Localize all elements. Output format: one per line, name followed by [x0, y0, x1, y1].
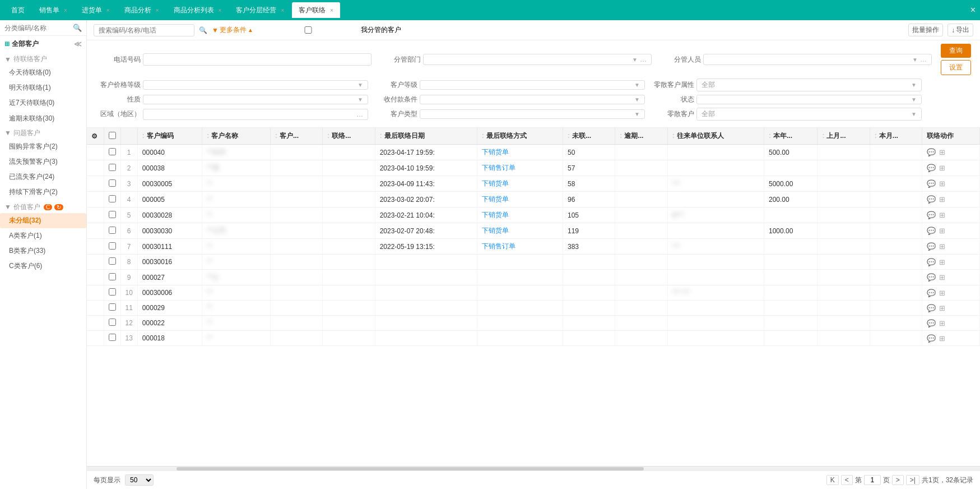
message-icon[interactable]: 💬 — [927, 258, 936, 266]
grid-action-icon[interactable]: ⊞ — [939, 289, 945, 297]
cell-checkbox[interactable] — [104, 192, 120, 207]
grid-action-icon[interactable]: ⊞ — [939, 195, 945, 204]
contact-method-link[interactable]: 下销售订单 — [482, 242, 515, 250]
phone-input[interactable] — [143, 53, 371, 66]
message-icon[interactable]: 💬 — [927, 334, 936, 343]
cell-checkbox[interactable] — [104, 270, 120, 285]
refresh-icon[interactable]: ↻ — [54, 204, 63, 210]
cell-checkbox[interactable] — [104, 285, 120, 301]
row-checkbox[interactable] — [109, 319, 116, 326]
grid-action-icon[interactable]: ⊞ — [939, 148, 945, 156]
cell-last-contact-method[interactable]: 下销货单 — [477, 223, 563, 239]
tab-purchase[interactable]: 进货单 × — [75, 2, 117, 18]
dept-ellipsis[interactable]: … — [640, 56, 647, 63]
col-last-contact-date[interactable]: :最后联络日期 — [375, 128, 477, 145]
sidebar-item-churn-warning[interactable]: 流失预警客户(3) — [0, 154, 86, 169]
my-customers-checkbox[interactable]: 我分管的客户 — [258, 25, 401, 35]
tab-product-analysis-close[interactable]: × — [156, 7, 159, 13]
cell-last-contact-method[interactable]: 下销售订单 — [477, 239, 563, 255]
manager-select[interactable]: ▼ … — [703, 54, 932, 65]
row-checkbox[interactable] — [109, 148, 116, 155]
cell-last-contact-method[interactable] — [477, 255, 563, 270]
cell-last-contact-method[interactable] — [477, 301, 563, 316]
tab-customer-contact[interactable]: 客户联络 × — [292, 2, 340, 18]
sidebar-item-ungraded[interactable]: 未分组(32) — [0, 213, 86, 228]
row-checkbox[interactable] — [109, 303, 116, 311]
grid-action-icon[interactable]: ⊞ — [939, 242, 945, 251]
col-overdue[interactable]: :逾期... — [615, 128, 667, 145]
region-ellipsis[interactable]: … — [356, 110, 363, 118]
col-unit-contact[interactable]: :往来单位联系人 — [667, 128, 764, 145]
grid-action-icon[interactable]: ⊞ — [939, 179, 945, 188]
settings-icon[interactable]: ⚙ — [91, 132, 97, 140]
price-level-select[interactable]: ▼ — [143, 80, 368, 90]
window-close-icon[interactable]: × — [970, 5, 976, 15]
horizontal-scrollbar[interactable] — [87, 466, 980, 470]
cell-last-contact-method[interactable] — [477, 331, 563, 346]
sidebar-item-class-c[interactable]: C类客户(6) — [0, 259, 86, 274]
message-icon[interactable]: 💬 — [927, 304, 936, 312]
cell-checkbox[interactable] — [104, 331, 120, 346]
message-icon[interactable]: 💬 — [927, 179, 936, 188]
all-customers-header[interactable]: ⊞ 全部客户 ≪ — [0, 36, 86, 52]
page-size-select[interactable]: 50 20 100 — [125, 474, 154, 486]
region-select[interactable]: … — [143, 109, 368, 120]
grid-action-icon[interactable]: ⊞ — [939, 319, 945, 327]
col-uncontacted[interactable]: :未联... — [563, 128, 615, 145]
payment-select[interactable]: ▼ — [420, 95, 645, 104]
grid-action-icon[interactable]: ⊞ — [939, 304, 945, 312]
cell-last-contact-method[interactable] — [477, 316, 563, 331]
row-checkbox[interactable] — [109, 257, 116, 265]
first-page-btn[interactable]: K — [826, 475, 839, 485]
customer-level-select[interactable]: ▼ — [420, 80, 645, 90]
cell-checkbox[interactable] — [104, 301, 120, 316]
row-checkbox[interactable] — [109, 288, 116, 296]
message-icon[interactable]: 💬 — [927, 148, 936, 156]
tab-product-analysis[interactable]: 商品分析 × — [118, 2, 166, 18]
my-customers-check-input[interactable] — [258, 26, 359, 34]
search-input[interactable] — [94, 24, 194, 36]
cell-checkbox[interactable] — [104, 176, 120, 192]
tab-customer-contact-close[interactable]: × — [330, 7, 333, 13]
reset-btn[interactable]: 设置 — [941, 60, 971, 75]
message-icon[interactable]: 💬 — [927, 319, 936, 327]
grid-action-icon[interactable]: ⊞ — [939, 258, 945, 266]
contact-method-link[interactable]: 下销货单 — [482, 211, 509, 219]
nature-select[interactable]: ▼ — [143, 95, 368, 104]
message-icon[interactable]: 💬 — [927, 273, 936, 282]
cell-last-contact-method[interactable]: 下销货单 — [477, 207, 563, 223]
cell-last-contact-method[interactable]: 下销货单 — [477, 145, 563, 160]
cell-checkbox[interactable] — [104, 255, 120, 270]
sidebar-item-declining[interactable]: 持续下滑客户(2) — [0, 184, 86, 200]
next-page-btn[interactable]: > — [892, 475, 904, 485]
scatter-select[interactable]: 全部 ▼ — [696, 108, 922, 121]
sidebar-item-tomorrow-pending[interactable]: 明天待联络(1) — [0, 80, 86, 95]
grid-action-icon[interactable]: ⊞ — [939, 211, 945, 219]
grid-action-icon[interactable]: ⊞ — [939, 334, 945, 343]
row-checkbox[interactable] — [109, 195, 116, 202]
cell-checkbox[interactable] — [104, 145, 120, 160]
row-checkbox[interactable] — [109, 179, 116, 187]
contact-method-link[interactable]: 下销货单 — [482, 195, 509, 203]
col-name[interactable]: :客户名称 — [202, 128, 271, 145]
sidebar-item-overdue[interactable]: 逾期未联络(30) — [0, 111, 86, 126]
contact-method-link[interactable]: 下销货单 — [482, 179, 509, 187]
cell-checkbox[interactable] — [104, 223, 120, 239]
customer-type-select[interactable]: ▼ — [420, 109, 645, 119]
col-this-month[interactable]: :本月... — [870, 128, 922, 145]
query-btn[interactable]: 查询 — [941, 44, 971, 58]
grid-action-icon[interactable]: ⊞ — [939, 164, 945, 172]
status-select[interactable]: ▼ — [696, 95, 922, 104]
search-icon[interactable]: 🔍 — [199, 26, 207, 34]
sidebar-item-7day-pending[interactable]: 近7天待联络(0) — [0, 95, 86, 110]
select-all-checkbox[interactable] — [109, 132, 116, 139]
message-icon[interactable]: 💬 — [927, 195, 936, 204]
sidebar-search-icon[interactable]: 🔍 — [73, 24, 82, 32]
tab-home[interactable]: 首页 — [4, 2, 31, 18]
contact-method-link[interactable]: 下销货单 — [482, 227, 509, 234]
scatter-attr-select[interactable]: 全部 ▼ — [696, 79, 922, 91]
contact-method-link[interactable]: 下销售订单 — [482, 164, 515, 172]
col-contact[interactable]: :联络... — [323, 128, 375, 145]
message-icon[interactable]: 💬 — [927, 242, 936, 251]
sidebar-item-class-b[interactable]: B类客户(33) — [0, 243, 86, 259]
